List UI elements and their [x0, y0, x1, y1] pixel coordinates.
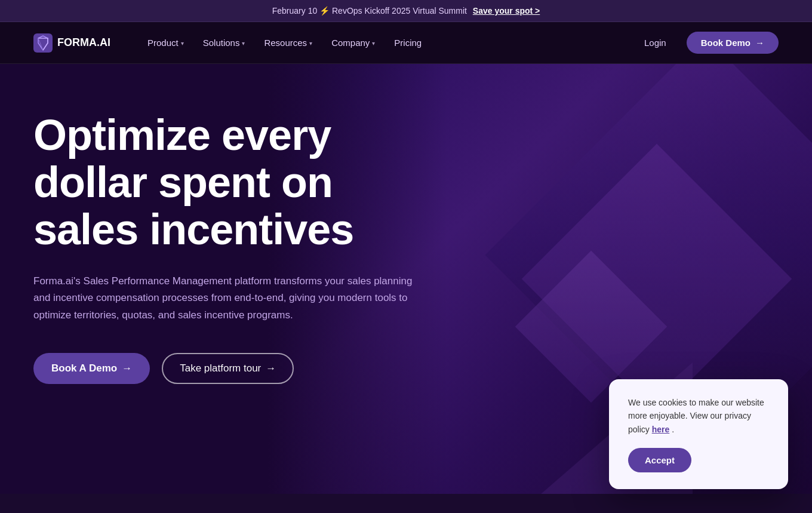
hero-content: Optimize every dollar spent on sales inc…: [0, 112, 466, 384]
chevron-down-icon: ▾: [242, 40, 245, 47]
arrow-icon: →: [755, 38, 764, 48]
chevron-down-icon: ▾: [181, 40, 184, 47]
hero-subtitle: Forma.ai's Sales Performance Management …: [33, 273, 416, 325]
navbar: FORMA.AI Product ▾ Solutions ▾ Resources…: [0, 22, 812, 64]
nav-links: Product ▾ Solutions ▾ Resources ▾ Compan…: [139, 33, 636, 53]
hero-title: Optimize every dollar spent on sales inc…: [33, 112, 432, 254]
platform-tour-button[interactable]: Take platform tour →: [162, 353, 294, 384]
banner-event: RevOps Kickoff 2025 Virtual Summit: [332, 6, 467, 16]
arrow-icon: →: [266, 363, 276, 374]
top-banner: February 10 ⚡ RevOps Kickoff 2025 Virtua…: [0, 0, 812, 22]
nav-item-solutions[interactable]: Solutions ▾: [195, 33, 254, 53]
nav-item-pricing[interactable]: Pricing: [386, 33, 430, 53]
nav-item-resources[interactable]: Resources ▾: [256, 33, 321, 53]
logo[interactable]: FORMA.AI: [33, 33, 110, 53]
shape-diamond-medium: [522, 144, 792, 414]
logo-text: FORMA.AI: [57, 36, 110, 49]
banner-cta[interactable]: Save your spot >: [473, 6, 540, 16]
nav-right: Login Book Demo →: [636, 32, 779, 54]
banner-date: February 10: [272, 6, 317, 16]
cookie-text: We use cookies to make our website more …: [628, 396, 769, 436]
logo-icon: [33, 33, 53, 53]
arrow-icon: →: [122, 363, 132, 374]
book-demo-button[interactable]: Book Demo →: [687, 32, 779, 54]
cookie-policy-link[interactable]: here: [652, 425, 670, 434]
nav-item-company[interactable]: Company ▾: [323, 33, 383, 53]
lightning-icon: ⚡: [319, 6, 330, 16]
login-button[interactable]: Login: [636, 33, 675, 53]
chevron-down-icon: ▾: [309, 40, 312, 47]
nav-item-product[interactable]: Product ▾: [139, 33, 192, 53]
book-a-demo-button[interactable]: Book A Demo →: [33, 353, 150, 384]
cookie-banner: We use cookies to make our website more …: [609, 379, 788, 489]
hero-buttons: Book A Demo → Take platform tour →: [33, 353, 432, 384]
cookie-accept-button[interactable]: Accept: [628, 448, 691, 472]
chevron-down-icon: ▾: [372, 40, 375, 47]
